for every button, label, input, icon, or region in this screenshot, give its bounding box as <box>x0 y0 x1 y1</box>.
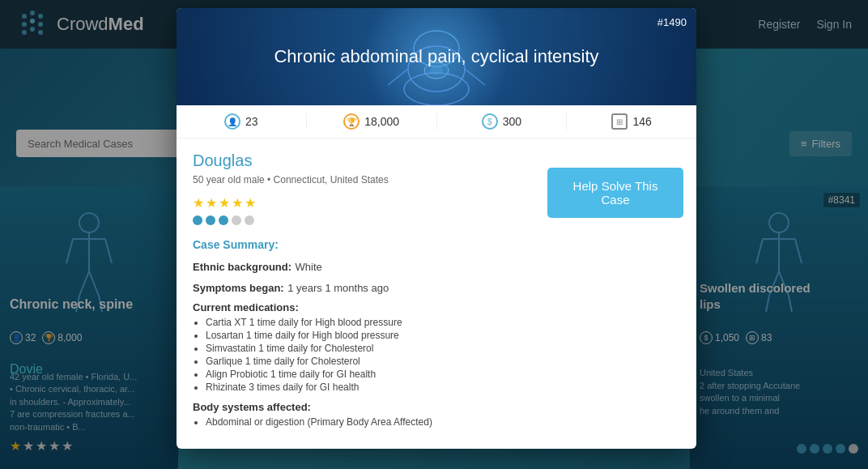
symptoms-began-label: Symptoms began: <box>193 282 284 294</box>
medication-1: Cartia XT 1 time daily for High blood pr… <box>206 317 518 328</box>
body-systems-list: Abdominal or digestion (Primary Body Are… <box>193 416 518 428</box>
help-solve-button[interactable]: Help Solve This Case <box>547 168 683 218</box>
patient-stars: ★ ★ ★ ★ ★ <box>193 195 518 211</box>
stat-suggestions: ⊞ 146 <box>567 113 696 130</box>
svg-line-31 <box>388 69 408 85</box>
progress-dots <box>193 215 518 225</box>
patient-location: Connecticut, United States <box>274 174 389 185</box>
progress-dot-3 <box>219 215 228 225</box>
medications-label: Current medications: <box>193 301 518 313</box>
svg-line-32 <box>465 69 485 85</box>
medications-list: Cartia XT 1 time daily for High blood pr… <box>193 317 518 393</box>
grid-stat-icon: ⊞ <box>611 113 628 130</box>
medication-3: Simvastatin 1 time daily for Cholesterol <box>206 343 518 354</box>
modal-title: Chronic abdominal pain, cyclical intensi… <box>241 46 631 67</box>
patient-info: 50 year old male • Connecticut, United S… <box>193 173 518 187</box>
modal-body: Douglas 50 year old male • Connecticut, … <box>177 139 696 449</box>
star-3: ★ <box>219 195 230 211</box>
progress-dot-4 <box>232 215 241 225</box>
modal-header: #1490 Chronic abdominal pain, cyclical i… <box>177 8 696 105</box>
stat-bounty: $ 300 <box>437 113 568 130</box>
patient-age: 50 year old male <box>193 174 265 185</box>
body-system-1: Abdominal or digestion (Primary Body Are… <box>206 416 518 428</box>
ethnic-background-value: White <box>296 261 322 273</box>
modal-case-number: #1490 <box>657 16 687 28</box>
modal-stats-bar: 👤 23 🏆 18,000 $ 300 ⊞ 146 <box>177 105 696 139</box>
suggestions-value: 146 <box>632 115 651 128</box>
case-summary-label: Case Summary: <box>193 238 518 251</box>
progress-dot-5 <box>245 215 254 225</box>
ethnic-background-label: Ethnic background: <box>193 261 291 273</box>
star-4: ★ <box>232 195 243 211</box>
person-stat-icon: 👤 <box>224 113 240 130</box>
modal-left-content: Douglas 50 year old male • Connecticut, … <box>177 139 534 449</box>
trophy-stat-icon: 🏆 <box>343 113 360 130</box>
progress-dot-2 <box>206 215 215 225</box>
medication-6: Rhizinate 3 times daily for GI health <box>206 382 518 393</box>
star-1: ★ <box>193 195 204 211</box>
medication-2: Losartan 1 time daily for High blood pre… <box>206 330 518 341</box>
watchers-value: 23 <box>245 115 258 128</box>
prize-value: 18,000 <box>364 115 399 128</box>
modal-right-content: Help Solve This Case <box>534 139 696 449</box>
patient-name: Douglas <box>193 151 518 170</box>
star-5: ★ <box>245 195 256 211</box>
stat-watchers: 👤 23 <box>177 113 307 130</box>
symptoms-began-value: 1 years 1 months ago <box>287 282 389 294</box>
svg-point-34 <box>430 66 443 75</box>
medication-4: Garlique 1 time daily for Cholesterol <box>206 356 518 367</box>
bounty-value: 300 <box>503 115 521 128</box>
progress-dot-1 <box>193 215 202 225</box>
dollar-stat-icon: $ <box>482 113 498 130</box>
body-systems-label: Body systems affected: <box>193 401 518 413</box>
stat-prize: 🏆 18,000 <box>307 113 437 130</box>
medication-5: Align Probiotic 1 time daily for GI heal… <box>206 369 518 380</box>
case-modal: #1490 Chronic abdominal pain, cyclical i… <box>177 8 696 449</box>
star-2: ★ <box>206 195 217 211</box>
